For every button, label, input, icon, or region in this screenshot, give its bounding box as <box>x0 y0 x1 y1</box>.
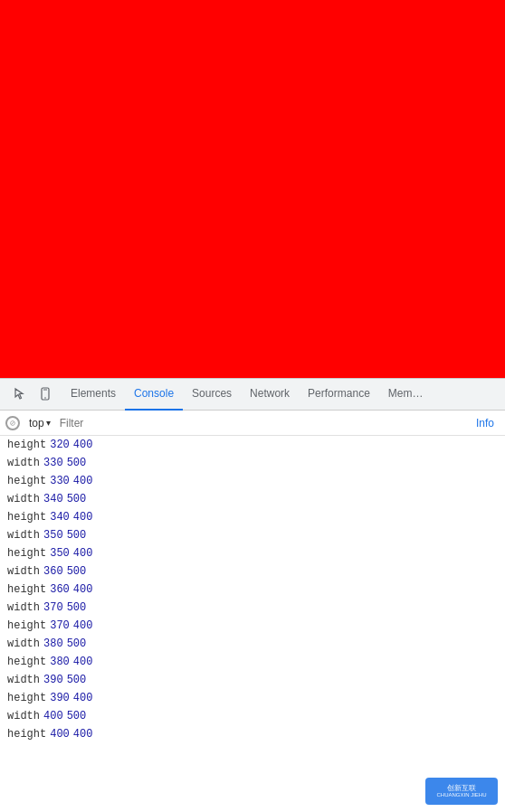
prop-name: height <box>7 437 46 453</box>
context-label: top <box>29 417 44 430</box>
num-value-2: 400 <box>73 509 93 525</box>
num-value-1: 390 <box>50 690 70 706</box>
prop-name: height <box>7 509 46 525</box>
console-line: height 380 400 <box>0 653 505 671</box>
inspect-icon[interactable] <box>9 383 31 405</box>
console-line: width 360 500 <box>0 562 505 581</box>
tab-performance[interactable]: Performance <box>299 378 379 411</box>
prop-name: height <box>7 618 46 634</box>
num-value-2: 500 <box>67 455 87 471</box>
devtools-toolbar: Elements Console Sources Network Perform… <box>0 378 505 411</box>
prop-name: width <box>7 455 40 471</box>
num-value-2: 500 <box>67 672 87 688</box>
filter-input[interactable] <box>60 417 465 430</box>
num-value-2: 500 <box>67 563 87 580</box>
prop-name: height <box>7 545 46 562</box>
prop-name: height <box>7 690 46 706</box>
num-value-2: 400 <box>73 545 93 562</box>
prop-name: height <box>7 473 46 489</box>
console-line: width 400 500 <box>0 707 505 725</box>
prop-name: width <box>7 708 40 724</box>
console-line: height 320 400 <box>0 436 505 454</box>
console-line: width 350 500 <box>0 526 505 544</box>
watermark: 创新互联 CHUANGXIN JIEHU <box>425 778 498 805</box>
svg-point-1 <box>44 397 46 399</box>
console-line: height 360 400 <box>0 581 505 599</box>
num-value-2: 400 <box>73 654 93 670</box>
prop-name: width <box>7 600 40 616</box>
prop-name: height <box>7 726 46 742</box>
prop-name: width <box>7 563 40 580</box>
console-line: height 330 400 <box>0 472 505 490</box>
num-value-2: 400 <box>73 690 93 706</box>
num-value-1: 380 <box>43 636 63 652</box>
watermark-text: 创新互联 CHUANGXIN JIEHU <box>436 784 486 799</box>
tab-network[interactable]: Network <box>241 378 299 411</box>
prop-name: width <box>7 636 40 652</box>
no-messages-icon[interactable]: ⊘ <box>5 416 20 430</box>
console-line: height 390 400 <box>0 689 505 707</box>
num-value-1: 320 <box>50 437 70 453</box>
num-value-2: 400 <box>73 726 93 742</box>
num-value-1: 370 <box>50 618 70 634</box>
num-value-1: 330 <box>50 473 70 489</box>
num-value-2: 500 <box>67 708 87 724</box>
console-line: height 350 400 <box>0 544 505 562</box>
toolbar-icons <box>4 383 62 405</box>
num-value-1: 400 <box>43 708 63 724</box>
num-value-1: 360 <box>50 581 70 598</box>
num-value-2: 500 <box>67 636 87 652</box>
preview-area <box>0 0 505 378</box>
num-value-2: 500 <box>67 600 87 616</box>
console-line: width 370 500 <box>0 599 505 617</box>
console-line: height 340 400 <box>0 508 505 526</box>
num-value-2: 400 <box>73 618 93 634</box>
num-value-2: 500 <box>67 527 87 543</box>
num-value-2: 400 <box>73 473 93 489</box>
num-value-1: 380 <box>50 654 70 670</box>
console-line: width 380 500 <box>0 635 505 653</box>
info-button[interactable]: Info <box>471 415 500 431</box>
context-selector[interactable]: top ▾ <box>25 415 54 431</box>
prop-name: width <box>7 491 40 507</box>
prop-name: width <box>7 527 40 543</box>
console-line: height 400 400 <box>0 725 505 743</box>
num-value-1: 350 <box>50 545 70 562</box>
context-dropdown-icon: ▾ <box>46 418 51 428</box>
num-value-1: 370 <box>43 600 63 616</box>
console-line: width 390 500 <box>0 671 505 689</box>
tab-memory[interactable]: Mem… <box>379 378 433 411</box>
tab-console[interactable]: Console <box>125 378 183 411</box>
num-value-1: 390 <box>43 672 63 688</box>
console-output: height 320 400width 330 500height 330 40… <box>0 436 505 812</box>
num-value-1: 350 <box>43 527 63 543</box>
num-value-2: 400 <box>73 581 93 598</box>
tab-sources[interactable]: Sources <box>183 378 241 411</box>
num-value-1: 400 <box>50 726 70 742</box>
num-value-1: 360 <box>43 563 63 580</box>
prop-name: width <box>7 672 40 688</box>
console-line: width 340 500 <box>0 490 505 508</box>
prop-name: height <box>7 581 46 598</box>
prop-name: height <box>7 654 46 670</box>
console-line: height 370 400 <box>0 617 505 635</box>
console-filter-bar: ⊘ top ▾ Info <box>0 411 505 436</box>
num-value-2: 500 <box>67 491 87 507</box>
devtools-tabs: Elements Console Sources Network Perform… <box>62 378 501 411</box>
console-line: width 330 500 <box>0 454 505 472</box>
tab-elements[interactable]: Elements <box>62 378 125 411</box>
num-value-2: 400 <box>73 437 93 453</box>
num-value-1: 340 <box>43 491 63 507</box>
num-value-1: 330 <box>43 455 63 471</box>
device-icon[interactable] <box>34 383 56 405</box>
num-value-1: 340 <box>50 509 70 525</box>
